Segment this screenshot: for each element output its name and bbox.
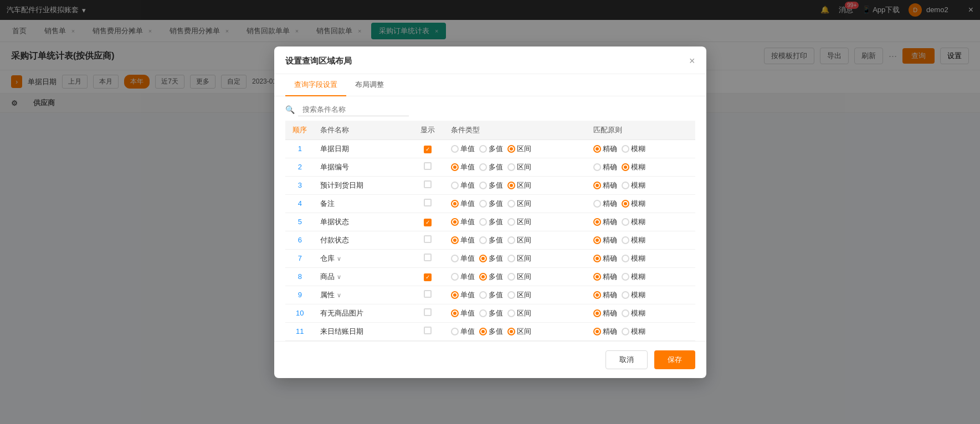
modal-tabs: 查询字段设置 布局调整 xyxy=(274,74,706,96)
settings-modal: 设置查询区域布局 × 查询字段设置 布局调整 🔍 顺序 条件名称 显示 条件类型 xyxy=(274,46,706,113)
modal-overlay: 设置查询区域布局 × 查询字段设置 布局调整 🔍 顺序 条件名称 显示 条件类型 xyxy=(0,0,980,113)
modal-search-wrap: 🔍 xyxy=(274,96,706,113)
search-icon: 🔍 xyxy=(285,105,295,113)
modal-header: 设置查询区域布局 × xyxy=(274,46,706,74)
modal-title: 设置查询区域布局 xyxy=(285,56,352,66)
search-input[interactable] xyxy=(298,103,409,113)
tab-query-fields[interactable]: 查询字段设置 xyxy=(285,74,346,96)
tab-layout[interactable]: 布局调整 xyxy=(346,74,393,96)
modal-close-button[interactable]: × xyxy=(689,55,695,67)
